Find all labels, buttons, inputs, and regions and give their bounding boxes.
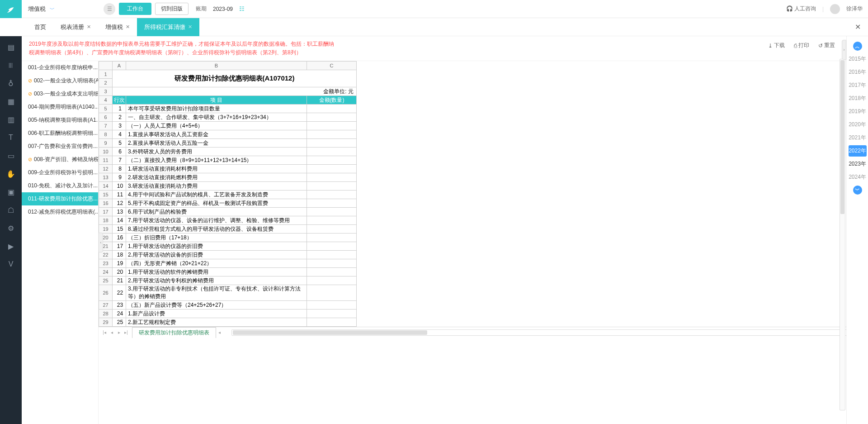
- tab-vat[interactable]: 增值税✕: [98, 18, 137, 36]
- doc-icon-button[interactable]: ☰: [104, 3, 115, 15]
- workbench-button[interactable]: 工作台: [119, 3, 151, 15]
- tax-type-dropdown[interactable]: 增值税 ﹀: [28, 5, 46, 13]
- feather-icon: [6, 4, 16, 14]
- tabs-bar: 首页 税表清册✕ 增值税✕ 所得税汇算清缴✕ ✕: [0, 18, 868, 36]
- tab-income-tax[interactable]: 所得税汇算清缴✕: [137, 18, 199, 36]
- tab-home[interactable]: 首页: [27, 18, 53, 36]
- chevron-down-icon: ﹀: [50, 6, 55, 13]
- tab-tax-list[interactable]: 税表清册✕: [53, 18, 98, 36]
- period-label: 账期: [196, 5, 207, 13]
- close-icon[interactable]: ✕: [87, 24, 91, 30]
- close-icon[interactable]: ✕: [188, 24, 192, 30]
- period-value[interactable]: 2023-09: [213, 6, 233, 12]
- calendar-icon[interactable]: ☷: [239, 5, 245, 12]
- top-header: 增值税 ﹀ ☰ 工作台 切到旧版 账期 2023-09 ☷ 🎧 人工咨询 | 徐…: [0, 0, 868, 18]
- close-icon[interactable]: ✕: [126, 24, 130, 30]
- switch-old-button[interactable]: 切到旧版: [155, 3, 189, 15]
- header-left: 增值税 ﹀ ☰ 工作台 切到旧版 账期 2023-09 ☷: [28, 3, 245, 15]
- close-all-icon[interactable]: ✕: [855, 23, 861, 31]
- app-logo: [0, 0, 22, 18]
- avatar[interactable]: [830, 4, 840, 14]
- header-right: 🎧 人工咨询 | 徐泽华: [786, 4, 863, 14]
- username[interactable]: 徐泽华: [846, 5, 863, 13]
- consult-link[interactable]: 🎧 人工咨询: [786, 5, 816, 13]
